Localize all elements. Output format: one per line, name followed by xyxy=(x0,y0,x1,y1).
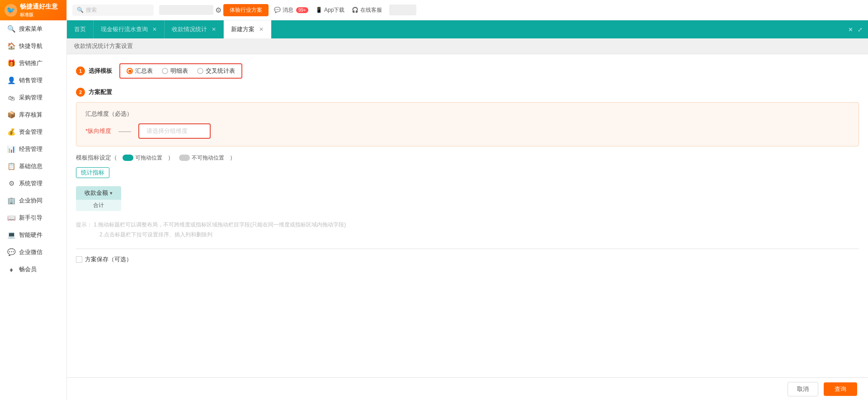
radio-cross[interactable]: 交叉统计表 xyxy=(197,67,235,75)
dimension-title: 汇总维度（必选） xyxy=(85,110,849,118)
sidebar-item-label: 企业微信 xyxy=(19,248,42,256)
dimension-area: 汇总维度（必选） *纵向维度 —— 请选择分组维度 xyxy=(76,102,859,146)
sidebar-item-system[interactable]: ⚙ 系统管理 xyxy=(0,175,66,192)
metric-card-amount: 收款金额 ▾ 合计 xyxy=(76,186,121,211)
dimension-row: *纵向维度 —— 请选择分组维度 xyxy=(85,123,849,139)
dimension-row-label: *纵向维度 xyxy=(85,127,111,135)
sidebar-item-label: 采购管理 xyxy=(19,94,42,102)
save-plan-label: 方案保存（可选） xyxy=(85,255,132,264)
sidebar-item-guide[interactable]: 📖 新手引导 xyxy=(0,209,66,226)
message-btn[interactable]: 💬 消息 99+ xyxy=(274,6,308,14)
sidebar-item-label: 基础信息 xyxy=(19,162,42,170)
arrow-icon: —— xyxy=(118,127,131,135)
step2-section: 2 方案配置 汇总维度（必选） *纵向维度 —— 请选择分组维度 xyxy=(76,88,859,240)
sidebar-item-operation[interactable]: 📊 经营管理 xyxy=(0,141,66,158)
sidebar: 🐦 畅捷通好生意 标准版 🔍 搜索菜单 🏠 快捷导航 🎁 营销推广 👤 销售管理… xyxy=(0,0,67,400)
settings-icon[interactable]: ⚙ xyxy=(215,6,222,14)
sidebar-item-marketing[interactable]: 🎁 营销推广 xyxy=(0,55,66,72)
sidebar-item-quick-nav[interactable]: 🏠 快捷导航 xyxy=(0,38,66,55)
radio-cross-circle xyxy=(197,68,203,74)
quick-nav-icon: 🏠 xyxy=(7,42,15,50)
sidebar-item-wechat[interactable]: 💬 企业微信 xyxy=(0,244,66,261)
sidebar-item-sales[interactable]: 👤 销售管理 xyxy=(0,72,66,89)
sidebar-item-member[interactable]: ♦ 畅会员 xyxy=(0,261,66,278)
step2-header: 2 方案配置 xyxy=(76,88,859,97)
online-service-btn[interactable]: 🎧 在线客服 xyxy=(352,6,382,14)
tab-new-plan-label: 新建方案 xyxy=(231,25,255,33)
query-button[interactable]: 查询 xyxy=(824,382,857,396)
sidebar-item-label: 经营管理 xyxy=(19,145,42,153)
topbar-center: ⚙ 体验行业方案 xyxy=(159,4,269,16)
template-radio-group: 汇总表 明细表 交叉统计表 xyxy=(119,63,242,79)
purchase-icon: 🛍 xyxy=(7,94,15,102)
stats-label: 统计指标 xyxy=(76,167,109,178)
search-placeholder: 搜索 xyxy=(86,6,97,14)
main-area: 🔍 搜索 ⚙ 体验行业方案 💬 消息 99+ 📱 App下载 🎧 在线客服 xyxy=(67,0,868,400)
save-plan-checkbox-label[interactable]: 方案保存（可选） xyxy=(76,255,859,264)
search-box[interactable]: 🔍 搜索 xyxy=(72,5,154,16)
tip-line1: 提示： 1.拖动标题栏可以调整布局，不可跨维度或指标区域拖动栏目字段(只能在同一… xyxy=(76,220,859,230)
sidebar-item-label: 资金管理 xyxy=(19,128,42,136)
tabbar: 首页 现金银行流水查询 ✕ 收款情况统计 ✕ 新建方案 ✕ ✕ ⤢ xyxy=(67,20,868,38)
drag-on-indicator xyxy=(123,155,133,161)
tab-bank-flow-close[interactable]: ✕ xyxy=(152,26,157,33)
tab-home-label: 首页 xyxy=(74,25,86,33)
page-body: 1 选择模板 汇总表 明细表 交叉统计表 xyxy=(67,54,868,377)
topbar-right: 💬 消息 99+ 📱 App下载 🎧 在线客服 xyxy=(274,5,416,15)
tab-new-plan-close[interactable]: ✕ xyxy=(259,26,264,33)
metric-card-header: 收款金额 ▾ xyxy=(76,186,121,200)
sidebar-item-label: 畅会员 xyxy=(19,265,37,273)
sidebar-nav: 🔍 搜索菜单 🏠 快捷导航 🎁 营销推广 👤 销售管理 🛍 采购管理 📦 库存核… xyxy=(0,20,66,400)
tab-bank-flow[interactable]: 现金银行流水查询 ✕ xyxy=(94,20,165,38)
sidebar-item-label: 系统管理 xyxy=(19,179,42,188)
sales-icon: 👤 xyxy=(7,76,15,85)
user-avatar[interactable] xyxy=(389,5,416,15)
radio-detail[interactable]: 明细表 xyxy=(162,67,188,75)
close-window-icon[interactable]: ✕ xyxy=(848,26,853,33)
tab-receipt-stats[interactable]: 收款情况统计 ✕ xyxy=(165,20,224,38)
save-plan-checkbox[interactable] xyxy=(76,256,82,263)
tab-home[interactable]: 首页 xyxy=(67,20,94,38)
tab-new-plan[interactable]: 新建方案 ✕ xyxy=(224,20,271,38)
step1-header: 1 选择模板 汇总表 明细表 交叉统计表 xyxy=(76,63,859,79)
content-area: 收款情况统计方案设置 1 选择模板 汇总表 明细表 xyxy=(67,38,868,377)
metrics-header: 模板指标设定（ 可拖动位置 ） 不可拖动位置 ） xyxy=(76,154,859,162)
step1-title: 选择模板 xyxy=(89,67,112,75)
system-icon: ⚙ xyxy=(7,179,15,188)
radio-summary[interactable]: 汇总表 xyxy=(127,67,153,75)
tab-receipt-stats-close[interactable]: ✕ xyxy=(212,26,216,33)
sidebar-item-basic-info[interactable]: 📋 基础信息 xyxy=(0,158,66,175)
step2-number: 2 xyxy=(76,88,85,97)
sidebar-item-inventory[interactable]: 📦 库存核算 xyxy=(0,106,66,123)
radio-summary-circle xyxy=(127,68,133,74)
sidebar-item-finance[interactable]: 💰 资金管理 xyxy=(0,123,66,141)
no-drag-label: 不可拖动位置 xyxy=(192,154,224,162)
metrics-header-title: 模板指标设定（ xyxy=(76,154,117,162)
search-icon: 🔍 xyxy=(77,7,84,13)
cancel-button[interactable]: 取消 xyxy=(788,382,818,396)
industry-btn[interactable]: 体验行业方案 xyxy=(223,4,269,16)
tab-bank-flow-label: 现金银行流水查询 xyxy=(101,25,148,33)
wechat-icon: 💬 xyxy=(7,248,15,256)
brand-name: 畅捷通好生意 xyxy=(20,3,58,11)
message-icon: 💬 xyxy=(274,7,281,13)
sidebar-item-label: 企业协同 xyxy=(19,197,42,205)
step1-number: 1 xyxy=(76,66,85,75)
sidebar-item-purchase[interactable]: 🛍 采购管理 xyxy=(0,89,66,106)
message-badge: 99+ xyxy=(296,7,308,13)
chevron-down-icon[interactable]: ▾ xyxy=(110,190,113,196)
sidebar-item-search-menu[interactable]: 🔍 搜索菜单 xyxy=(0,20,66,38)
sidebar-item-enterprise[interactable]: 🏢 企业协同 xyxy=(0,192,66,209)
maximize-window-icon[interactable]: ⤢ xyxy=(858,26,863,33)
sidebar-item-hardware[interactable]: 💻 智能硬件 xyxy=(0,226,66,244)
metrics-section: 模板指标设定（ 可拖动位置 ） 不可拖动位置 ） 统计指标 xyxy=(76,154,859,211)
drag-label: 可拖动位置 xyxy=(135,154,162,162)
breadcrumb: 收款情况统计方案设置 xyxy=(74,42,133,49)
footer-section: 方案保存（可选） xyxy=(76,249,859,264)
app-download-btn[interactable]: 📱 App下载 xyxy=(316,6,344,14)
dimension-select[interactable]: 请选择分组维度 xyxy=(138,123,211,139)
marketing-icon: 🎁 xyxy=(7,59,15,67)
service-icon: 🎧 xyxy=(352,7,359,13)
sidebar-item-label: 营销推广 xyxy=(19,59,42,67)
nav-breadcrumb xyxy=(159,5,213,15)
